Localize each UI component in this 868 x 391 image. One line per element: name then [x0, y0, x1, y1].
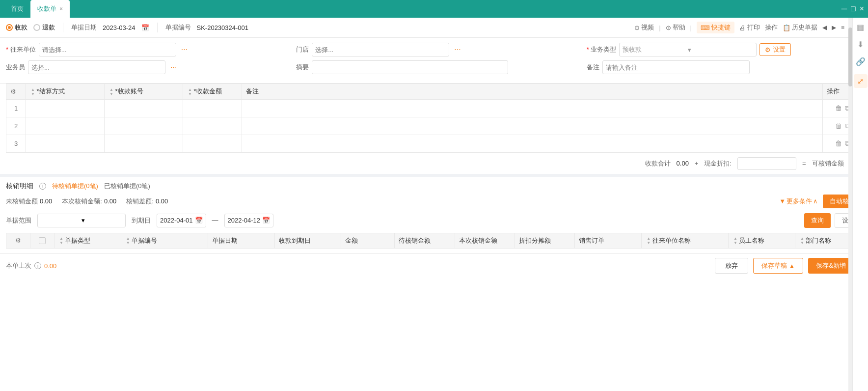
- date-from-field[interactable]: 2022-04-01 📅: [157, 214, 206, 227]
- operate-btn[interactable]: 操作: [765, 23, 778, 32]
- discount-label: 现金折扣:: [704, 159, 732, 168]
- row-2-remark[interactable]: [242, 117, 823, 135]
- col-company-header: ▲▼ 往来单位名称: [642, 233, 729, 249]
- pending-tab[interactable]: 待核销单据(0笔): [52, 182, 98, 191]
- abandon-btn[interactable]: 放弃: [715, 258, 748, 274]
- nav-next-btn[interactable]: ▶: [832, 24, 836, 31]
- tab-receipt[interactable]: 收款单 ×: [30, 0, 70, 18]
- tab-bar: 首页 收款单 × ─ □ ×: [0, 0, 868, 18]
- radio-receipt-label: 收款: [15, 23, 27, 32]
- discount-input[interactable]: [737, 157, 796, 170]
- total-value: 0.00: [677, 160, 689, 167]
- window-controls: ─ □ ×: [841, 4, 864, 13]
- shop-input[interactable]: [312, 43, 449, 56]
- range-chevron: ▾: [81, 217, 121, 224]
- nav-prev-btn[interactable]: ◀: [822, 24, 827, 31]
- row-1-amount[interactable]: [183, 99, 242, 117]
- window-close-icon[interactable]: ×: [860, 4, 864, 13]
- available-label: 可核销金额: [812, 159, 844, 168]
- radio-refund[interactable]: 退款: [33, 23, 55, 32]
- sidebar-expand-icon[interactable]: ⤢: [854, 74, 868, 88]
- col-this-header: 本次核销金额: [455, 233, 515, 249]
- select-all-checkbox[interactable]: [39, 237, 46, 244]
- col-setting-header[interactable]: ⚙: [6, 84, 26, 100]
- radio-receipt-circle: [6, 24, 13, 31]
- form-setting-btn[interactable]: ⚙ 设置: [760, 43, 791, 56]
- shop-more-icon[interactable]: ···: [452, 45, 462, 54]
- history-btn[interactable]: 📋 历史单据: [783, 23, 817, 32]
- counterparty-field: * 往来单位 ···: [6, 43, 281, 56]
- bottom-table-gear-icon[interactable]: ⚙: [15, 237, 21, 244]
- scrollbar-thumb[interactable]: [848, 28, 852, 86]
- biz-type-select[interactable]: 预收款 ▾: [619, 43, 757, 56]
- table-row: 2 🗑 ⧉: [6, 117, 862, 135]
- tab-home[interactable]: 首页: [4, 0, 30, 18]
- row-3-remark[interactable]: [242, 135, 823, 152]
- staff-input[interactable]: [28, 60, 165, 74]
- sidebar-link-icon[interactable]: 🔗: [856, 57, 866, 66]
- row-2-delete-icon[interactable]: 🗑: [835, 122, 842, 130]
- radio-receipt[interactable]: 收款: [6, 23, 27, 32]
- table-row: 1 🗑 ⧉: [6, 99, 862, 117]
- video-icon: ⊙: [634, 24, 640, 31]
- date-from-value: 2022-04-01: [160, 217, 193, 224]
- row-3-settlement[interactable]: [26, 135, 105, 152]
- counterparty-input[interactable]: [39, 43, 176, 56]
- col-amount-header: ▲▼ *收款金额: [183, 84, 242, 100]
- range-select[interactable]: ▾: [37, 214, 126, 227]
- diff-stat: 核销差额: 0.00: [126, 197, 168, 206]
- col-no-header: ▲▼ 单据编号: [121, 233, 208, 249]
- row-3-amount[interactable]: [183, 135, 242, 152]
- sidebar-table-icon[interactable]: ▦: [857, 23, 864, 32]
- total-label: 收款合计: [645, 159, 671, 168]
- row-2-amount[interactable]: [183, 117, 242, 135]
- unchecked-value: 0.00: [40, 197, 52, 205]
- shortcut-btn[interactable]: ⌨ 快捷键: [697, 22, 734, 33]
- divider-2: [157, 23, 158, 32]
- sidebar-download-icon[interactable]: ⬇: [857, 40, 864, 49]
- col-check-header[interactable]: ⚙: [6, 233, 30, 249]
- row-3-account[interactable]: [105, 135, 183, 152]
- calendar-from-icon: 📅: [195, 217, 203, 224]
- row-1-settlement[interactable]: [26, 99, 105, 117]
- row-1-delete-icon[interactable]: 🗑: [835, 104, 842, 112]
- this-time-label: 本次核销金额:: [62, 197, 102, 206]
- save-draft-chevron: ▲: [789, 262, 795, 270]
- table-gear-icon[interactable]: ⚙: [10, 88, 16, 95]
- table-row: 3 🗑 ⧉: [6, 135, 862, 152]
- footer-info-icon[interactable]: i: [34, 262, 41, 269]
- row-1-account[interactable]: [105, 99, 183, 117]
- date-to-field[interactable]: 2022-04-12 📅: [224, 214, 274, 227]
- list-view-btn[interactable]: ≡: [841, 24, 844, 31]
- more-conditions-btn[interactable]: ▼ 更多条件 ∧: [779, 197, 818, 206]
- receipt-table-area: ⚙ ▲▼ *结算方式 ▲▼ *收款账号 ▲▼ *收款金额: [0, 84, 868, 153]
- row-3-delete-icon[interactable]: 🗑: [835, 140, 842, 148]
- done-tab[interactable]: 已核销单据(0笔): [104, 182, 150, 191]
- row-2-settlement[interactable]: [26, 117, 105, 135]
- query-btn[interactable]: 查询: [804, 213, 831, 228]
- maximize-icon[interactable]: □: [851, 4, 856, 13]
- video-btn[interactable]: ⊙ 视频: [634, 23, 654, 32]
- col-checkbox-header[interactable]: [30, 233, 54, 249]
- help-btn[interactable]: ⊙ 帮助: [666, 23, 685, 32]
- note-input[interactable]: [602, 60, 750, 74]
- scrollbar-track[interactable]: [848, 18, 852, 391]
- counterparty-more-icon[interactable]: ···: [179, 45, 190, 54]
- calendar-icon[interactable]: 📅: [141, 24, 149, 31]
- shortcut-icon: ⌨: [701, 24, 710, 31]
- col-date-header: 单据日期: [208, 233, 274, 249]
- print-btn[interactable]: 🖨 打印: [739, 23, 760, 32]
- save-draft-btn[interactable]: 保存草稿 ▲: [753, 258, 804, 274]
- col-sales-header: 销售订单: [575, 233, 642, 249]
- staff-more-icon[interactable]: ···: [168, 63, 179, 72]
- minimize-icon[interactable]: ─: [841, 4, 847, 13]
- unchecked-stat: 未核销金额 0.00: [6, 197, 52, 206]
- row-2-account[interactable]: [105, 117, 183, 135]
- tab-close-icon[interactable]: ×: [59, 5, 63, 12]
- history-icon: 📋: [783, 24, 790, 31]
- biz-type-label: * 业务类型: [587, 45, 617, 54]
- row-1-remark[interactable]: [242, 99, 823, 117]
- summary-input[interactable]: [312, 60, 508, 74]
- verify-info-icon[interactable]: i: [39, 183, 46, 190]
- receipt-table: ⚙ ▲▼ *结算方式 ▲▼ *收款账号 ▲▼ *收款金额: [6, 84, 862, 153]
